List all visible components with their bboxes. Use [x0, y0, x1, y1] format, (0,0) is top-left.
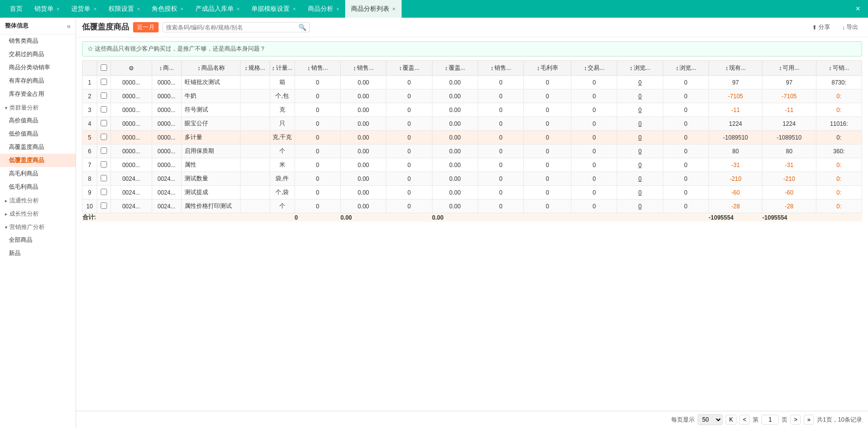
select-all-checkbox[interactable] — [101, 64, 107, 71]
share-button[interactable]: ⬆ 分享 — [808, 22, 834, 33]
cell-check[interactable] — [97, 200, 111, 213]
row-checkbox[interactable] — [101, 106, 107, 113]
cell-check[interactable] — [97, 117, 111, 131]
row-checkbox[interactable] — [101, 134, 107, 140]
col-header-cover1[interactable]: ↕ 覆盖... — [386, 61, 432, 76]
nav-close-permission[interactable]: × — [137, 6, 140, 12]
row-checkbox[interactable] — [101, 189, 107, 195]
col-header-cover2[interactable]: ↕ 覆盖... — [432, 61, 478, 76]
cell-browse1[interactable]: 0 — [617, 76, 663, 89]
sidebar-group-cluster-analysis[interactable]: ▾ 类群量分析 — [0, 101, 76, 114]
row-checkbox[interactable] — [101, 175, 107, 181]
cell-check[interactable] — [97, 131, 111, 144]
col-header-check[interactable] — [97, 61, 111, 76]
nav-close-product-inbound[interactable]: × — [237, 6, 240, 12]
sidebar-item-new-goods[interactable]: 新品 — [0, 247, 76, 260]
col-header-code[interactable]: ↕ 商... — [152, 61, 181, 76]
sidebar-item-traded-goods[interactable]: 交易过的商品 — [0, 48, 76, 61]
nav-doc-template[interactable]: 单据模板设置 × — [245, 0, 301, 18]
cell-browse1[interactable]: 0 — [617, 158, 663, 172]
cell-name[interactable]: 符号测试 — [181, 103, 240, 117]
col-header-settings[interactable]: ⚙ — [111, 61, 152, 76]
cell-check[interactable] — [97, 158, 111, 172]
cell-browse1[interactable]: 0 — [617, 103, 663, 117]
cell-name[interactable]: 测试数量 — [181, 172, 240, 186]
col-header-spec[interactable]: ↕ 规格... — [240, 61, 270, 76]
sidebar-group-marketing[interactable]: ▾ 营销推广分析 — [0, 220, 76, 233]
col-header-sales3[interactable]: ↕ 销售... — [478, 61, 523, 76]
cell-check[interactable] — [97, 89, 111, 103]
cell-browse1[interactable]: 0 — [617, 200, 663, 213]
nav-permission[interactable]: 权限设置 × — [103, 0, 146, 18]
col-header-browse1[interactable]: ↕ 浏览... — [617, 61, 663, 76]
sidebar-item-low-coverage[interactable]: 低覆盖度商品 — [0, 154, 76, 167]
cell-check[interactable] — [97, 144, 111, 158]
sidebar-item-low-value[interactable]: 低价值商品 — [0, 127, 76, 141]
export-button[interactable]: ↓ 导出 — [838, 22, 862, 33]
nav-close-goods-analysis-list[interactable]: × — [392, 6, 395, 12]
cell-name[interactable]: 测试提成 — [181, 186, 240, 200]
nav-sales-order[interactable]: 销货单 × — [28, 0, 65, 18]
sidebar-item-high-value[interactable]: 高价值商品 — [0, 114, 76, 127]
cell-name[interactable]: 启用保质期 — [181, 144, 240, 158]
sidebar-group-growth[interactable]: ▸ 成长性分析 — [0, 207, 76, 220]
sidebar-item-stocked-goods[interactable]: 有库存的商品 — [0, 74, 76, 87]
cell-name[interactable]: 多计量 — [181, 131, 240, 144]
col-header-sales1[interactable]: ↕ 销售... — [295, 61, 340, 76]
col-header-browse2[interactable]: ↕ 浏览... — [663, 61, 708, 76]
cell-name[interactable]: 眼宝公仔 — [181, 117, 240, 131]
nav-home[interactable]: 首页 — [4, 0, 28, 18]
nav-purchase-order[interactable]: 进货单 × — [65, 0, 102, 18]
next-page-button[interactable]: > — [790, 415, 801, 425]
cell-name[interactable]: 属性价格打印测试 — [181, 200, 240, 213]
col-header-available[interactable]: ↕ 可用... — [762, 61, 816, 76]
cell-browse1[interactable]: 0 — [617, 89, 663, 103]
row-checkbox[interactable] — [101, 161, 107, 168]
data-table-wrapper[interactable]: ⚙ ↕ 商... ↕ 商品名称 ↕ 规格... ↕ 计量... ↕ 销售... … — [82, 60, 862, 411]
cell-name[interactable]: 属性 — [181, 158, 240, 172]
cell-name[interactable]: 牛奶 — [181, 89, 240, 103]
nav-close-sales-order[interactable]: × — [56, 6, 59, 12]
cell-browse1[interactable]: 0 — [617, 117, 663, 131]
nav-close-goods-analysis[interactable]: × — [336, 6, 339, 12]
sidebar-collapse-button[interactable]: « — [67, 22, 71, 30]
cell-check[interactable] — [97, 76, 111, 89]
nav-role-auth[interactable]: 角色授权 × — [146, 0, 189, 18]
last-page-button[interactable]: » — [804, 415, 814, 425]
sidebar-item-inventory-capital[interactable]: 库存资金占用 — [0, 87, 76, 101]
col-header-sales2[interactable]: ↕ 销售... — [340, 61, 386, 76]
per-page-select[interactable]: 50 20 100 — [698, 414, 723, 425]
nav-product-inbound[interactable]: 产成品入库单 × — [190, 0, 245, 18]
sidebar-item-category-sales-rate[interactable]: 商品分类动销率 — [0, 61, 76, 74]
row-checkbox[interactable] — [101, 79, 107, 85]
row-checkbox[interactable] — [101, 147, 107, 154]
window-close-button[interactable]: × — [852, 4, 864, 13]
cell-browse1[interactable]: 0 — [617, 131, 663, 144]
nav-goods-analysis[interactable]: 商品分析 × — [302, 0, 345, 18]
row-checkbox[interactable] — [101, 92, 107, 99]
cell-check[interactable] — [97, 103, 111, 117]
prev-page-button[interactable]: < — [739, 415, 750, 425]
col-header-unit[interactable]: ↕ 计量... — [270, 61, 295, 76]
nav-close-role-auth[interactable]: × — [180, 6, 183, 12]
cell-check[interactable] — [97, 186, 111, 200]
col-header-trade[interactable]: ↕ 交易... — [571, 61, 617, 76]
cell-browse1[interactable]: 0 — [617, 186, 663, 200]
cell-name[interactable]: 旺铺批次测试 — [181, 76, 240, 89]
nav-close-purchase[interactable]: × — [93, 6, 96, 12]
sidebar-item-high-coverage[interactable]: 高覆盖度商品 — [0, 141, 76, 154]
sidebar-group-circulation[interactable]: ▸ 流通性分析 — [0, 194, 76, 207]
cell-browse1[interactable]: 0 — [617, 172, 663, 186]
col-header-saleable[interactable]: ↕ 可销... — [816, 61, 862, 76]
cell-check[interactable] — [97, 172, 111, 186]
page-number-input[interactable] — [761, 415, 779, 425]
nav-close-doc-template[interactable]: × — [293, 6, 296, 12]
sidebar-item-high-gross[interactable]: 高毛利商品 — [0, 167, 76, 180]
row-checkbox[interactable] — [101, 120, 107, 126]
col-header-current[interactable]: ↕ 现有... — [709, 61, 762, 76]
search-input[interactable] — [166, 24, 298, 31]
nav-goods-analysis-list[interactable]: 商品分析列表 × — [345, 0, 401, 18]
time-filter-button[interactable]: 近一月 — [133, 22, 159, 32]
sidebar-item-all-goods[interactable]: 全部商品 — [0, 233, 76, 247]
first-page-button[interactable]: K — [726, 415, 736, 425]
